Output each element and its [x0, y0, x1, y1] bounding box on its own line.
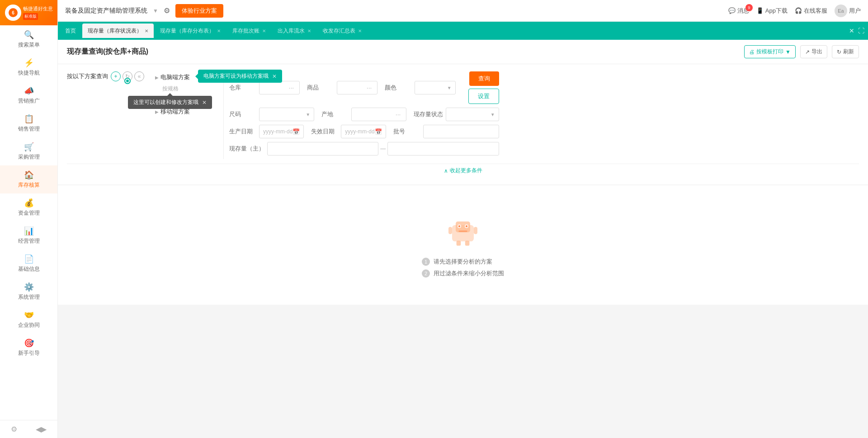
- filter-cell-product: 商品 ···: [307, 81, 377, 94]
- empty-step-2: 2 用过滤条件来缩小分析范围: [422, 269, 504, 278]
- tab-close-icon[interactable]: ✕: [145, 28, 148, 33]
- sidebar-item-purchase[interactable]: 🛒 采购管理: [0, 137, 57, 165]
- logo-text: 畅捷通好生意: [23, 5, 53, 12]
- guide-icon: 🎯: [24, 338, 34, 348]
- sidebar-item-guide[interactable]: 🎯 新手引导: [0, 334, 57, 362]
- page-actions: 🖨 按模板打印 ▼ ↗ 导出 ↻ 刷新: [744, 45, 859, 64]
- search-button[interactable]: 查询: [469, 71, 499, 86]
- enterprise-icon: 🤝: [24, 310, 34, 320]
- search-btn-col: 查询 设置: [463, 71, 499, 104]
- sidebar-item-search[interactable]: 🔍 搜索菜单: [0, 25, 57, 53]
- template-print-button[interactable]: 🖨 按模板打印 ▼: [744, 45, 796, 58]
- tab-bar-right: ✕ ⛶: [849, 27, 866, 34]
- tab-close-all-icon[interactable]: ✕: [849, 27, 854, 34]
- sidebar-nav: 🔍 搜索菜单 ⚡ 快捷导航 📣 营销推广 📋 销售管理 🛒 采购管理 🏠 库存核…: [0, 25, 57, 420]
- sidebar-item-marketing[interactable]: 📣 营销推广: [0, 81, 57, 109]
- filter-icon-group: + ↻ «: [111, 71, 144, 81]
- tab-label: 现存量（库存分布表）: [160, 27, 214, 35]
- stock-min-input[interactable]: [267, 142, 378, 155]
- add-scheme-button[interactable]: +: [111, 71, 121, 81]
- trial-button[interactable]: 体验行业方案: [175, 4, 223, 18]
- sidebar-logo: 6 畅捷通好生意 标准版: [0, 0, 57, 25]
- svg-point-6: [458, 225, 460, 227]
- collapse-bar[interactable]: ∧ 收起更多条件: [67, 164, 859, 177]
- sidebar-item-enterprise[interactable]: 🤝 企业协同: [0, 306, 57, 334]
- tab-inventory-dist[interactable]: 现存量（库存分布表） ✕: [155, 24, 226, 38]
- message-icon: 💬: [728, 7, 736, 14]
- refresh-scheme-button[interactable]: ↻: [123, 71, 132, 81]
- settings-icon[interactable]: ⚙: [11, 425, 17, 433]
- size-select[interactable]: ▼: [259, 108, 314, 121]
- sidebar-item-finance[interactable]: 💰 资金管理: [0, 193, 57, 221]
- content-area: 现存量查询(按仓库+商品) 🖨 按模板打印 ▼ ↗ 导出 ↻ 刷新: [58, 40, 868, 438]
- tab-close-icon[interactable]: ✕: [262, 28, 266, 33]
- collapse-sidebar-icon[interactable]: ◀▶: [36, 425, 47, 433]
- dot-indicator: [125, 79, 130, 83]
- tab-inout-flow[interactable]: 出入库流水 ✕: [272, 24, 316, 38]
- message-item[interactable]: 💬 消息 9: [728, 7, 749, 15]
- batchno-input[interactable]: [423, 125, 499, 138]
- sidebar-item-label: 企业协同: [18, 321, 40, 329]
- filter-cell-status: 现存量状态 ▼: [414, 108, 499, 121]
- warehouse-select[interactable]: ···: [259, 81, 300, 94]
- warehouse-label: 仓库: [229, 84, 256, 92]
- step-2-num: 2: [422, 269, 430, 278]
- scheme-tree-pc-item1[interactable]: 按规格: [151, 83, 220, 94]
- sidebar-item-system[interactable]: ⚙️ 系统管理: [0, 278, 57, 306]
- export-button[interactable]: ↗ 导出: [800, 45, 827, 58]
- back-scheme-button[interactable]: «: [134, 71, 144, 81]
- svg-rect-12: [465, 240, 470, 245]
- scheme-pc-label: 电脑端方案: [160, 73, 190, 81]
- color-label: 颜色: [385, 84, 412, 92]
- batchno-label: 批号: [393, 127, 420, 136]
- reset-button[interactable]: 设置: [468, 89, 499, 104]
- step-1-num: 1: [422, 258, 430, 266]
- filter-cell-mfgdate: 生产日期 yyyy-mm-dd 📅: [229, 125, 304, 138]
- user-name: 用户: [849, 7, 861, 15]
- online-service-item[interactable]: 🎧 在线客服: [795, 7, 827, 15]
- mfgdate-input[interactable]: yyyy-mm-dd 📅: [259, 125, 304, 138]
- sidebar-item-quicknav[interactable]: ⚡ 快捷导航: [0, 53, 57, 81]
- sidebar-item-label: 销售管理: [18, 125, 40, 133]
- header-settings-icon[interactable]: ⚙: [164, 6, 170, 15]
- sidebar-item-inventory[interactable]: 🏠 库存核算: [0, 165, 57, 193]
- sidebar-item-sales[interactable]: 📋 销售管理: [0, 109, 57, 137]
- service-icon: 🎧: [795, 7, 802, 14]
- calendar-icon: 📅: [375, 128, 382, 135]
- svg-rect-11: [457, 240, 461, 245]
- empty-state: 1 请先选择要分析的方案 2 用过滤条件来缩小分析范围: [58, 185, 868, 305]
- origin-select[interactable]: ···: [351, 108, 406, 121]
- tab-close-icon[interactable]: ✕: [358, 28, 362, 33]
- system-icon: ⚙️: [24, 282, 34, 292]
- app-download-item[interactable]: 📱 App下载: [756, 7, 788, 15]
- app-download-label: App下载: [765, 7, 788, 15]
- tab-expand-icon[interactable]: ⛶: [858, 27, 864, 34]
- step-1-text: 请先选择要分析的方案: [434, 258, 492, 266]
- scheme-tooltip2-close[interactable]: ✕: [202, 99, 207, 106]
- logo-badge: 标准版: [23, 13, 38, 20]
- tab-home[interactable]: 首页: [60, 27, 81, 35]
- tab-inventory-batch[interactable]: 库存批次账 ✕: [227, 24, 271, 38]
- scheme-right: 仓库 ··· 商品 ···: [224, 71, 499, 159]
- tab-inventory-status[interactable]: 现存量（库存状况表） ✕: [82, 24, 154, 38]
- size-chevron-icon: ▼: [306, 112, 310, 117]
- scheme-tooltip2: 这里可以创建和修改方案哦 ✕: [128, 96, 212, 109]
- product-select[interactable]: ···: [337, 81, 377, 94]
- expdate-label: 失效日期: [311, 127, 338, 136]
- color-select[interactable]: ▼: [415, 81, 455, 94]
- tab-recv-summary[interactable]: 收发存汇总表 ✕: [317, 24, 367, 38]
- sidebar-item-operations[interactable]: 📊 经营管理: [0, 221, 57, 250]
- expdate-input[interactable]: yyyy-mm-dd 📅: [341, 125, 386, 138]
- tab-close-icon[interactable]: ✕: [217, 28, 221, 33]
- tab-label: 现存量（库存状况表）: [88, 27, 142, 35]
- scheme-tooltip-close[interactable]: ✕: [272, 73, 277, 80]
- operations-icon: 📊: [24, 226, 34, 236]
- user-item[interactable]: Ea 用户: [835, 5, 861, 17]
- sidebar-item-basicinfo[interactable]: 📄 基础信息: [0, 250, 57, 278]
- stock-max-input[interactable]: [387, 142, 499, 155]
- color-chevron-icon: ▼: [447, 85, 452, 90]
- refresh-button[interactable]: ↻ 刷新: [832, 45, 859, 58]
- status-select[interactable]: ▼: [446, 108, 499, 121]
- tab-close-icon[interactable]: ✕: [307, 28, 311, 33]
- dropdown-arrow-icon: ▼: [153, 8, 158, 14]
